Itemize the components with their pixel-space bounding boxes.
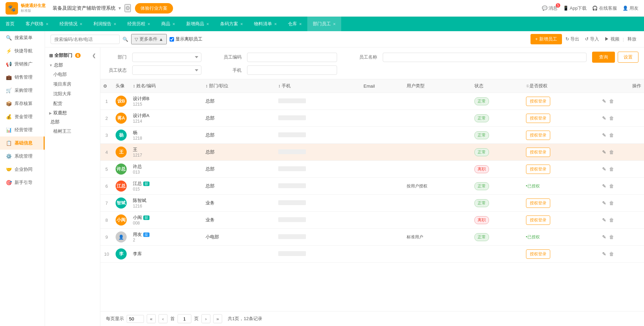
page-input[interactable] bbox=[178, 314, 191, 323]
sidebar-item-management[interactable]: 📊 经营管理 bbox=[0, 123, 45, 136]
auth-button[interactable]: 授权登录 bbox=[526, 114, 550, 123]
delete-icon[interactable]: 🗑 bbox=[609, 132, 614, 138]
auth-button[interactable]: 授权登录 bbox=[526, 97, 550, 106]
auth-button[interactable]: 授权登录 bbox=[526, 199, 550, 208]
auth-button[interactable]: 授权登录 bbox=[526, 249, 550, 259]
more-button[interactable]: 释放 bbox=[625, 35, 638, 44]
more-filter-button[interactable]: ▽ 更多条件 ▲ bbox=[131, 34, 167, 44]
sidebar-item-sales[interactable]: 💼 销售管理 bbox=[0, 71, 45, 84]
add-employee-button[interactable]: + 新增员工 bbox=[530, 34, 562, 44]
collapse-button[interactable]: ❮ bbox=[92, 53, 96, 58]
sidebar-item-guide[interactable]: 🎯 新手引导 bbox=[0, 176, 45, 189]
edit-icon[interactable]: ✎ bbox=[602, 200, 606, 206]
sidebar-item-system[interactable]: ⚙️ 系统管理 bbox=[0, 150, 45, 163]
per-page-select[interactable]: 50 20 100 bbox=[127, 315, 144, 323]
emp-code-input[interactable] bbox=[247, 53, 337, 62]
tab-close[interactable]: ✕ bbox=[274, 22, 277, 26]
tab-home[interactable]: 首页 bbox=[0, 17, 20, 31]
delete-icon[interactable]: 🗑 bbox=[609, 166, 614, 172]
tab-add-goods[interactable]: 新增商品 ✕ bbox=[181, 17, 215, 31]
emp-status-select[interactable] bbox=[132, 65, 201, 75]
search-input[interactable] bbox=[51, 35, 120, 44]
delete-icon[interactable]: 🗑 bbox=[609, 234, 614, 240]
dept-item-shenyang[interactable]: 沈阳大库 bbox=[45, 89, 100, 99]
edit-icon[interactable]: ✎ bbox=[602, 98, 606, 104]
edit-icon[interactable]: ✎ bbox=[602, 251, 606, 257]
tab-close[interactable]: ✕ bbox=[147, 22, 150, 26]
edit-icon[interactable]: ✎ bbox=[602, 132, 606, 138]
sidebar-item-inventory[interactable]: 📦 库存核算 bbox=[0, 97, 45, 110]
dept-group-zongbu[interactable]: ▼ 总部 bbox=[45, 61, 100, 70]
tab-close[interactable]: ✕ bbox=[114, 22, 116, 26]
tab-operation[interactable]: 经营情况 ✕ bbox=[54, 17, 88, 31]
delete-icon[interactable]: 🗑 bbox=[609, 115, 614, 121]
edit-icon[interactable]: ✎ bbox=[602, 234, 606, 240]
trial-button[interactable]: 体验行业方案 bbox=[135, 3, 173, 14]
tab-close[interactable]: ✕ bbox=[80, 22, 82, 26]
dept-item-project[interactable]: 项目库房 bbox=[45, 79, 100, 89]
tab-history[interactable]: 经营历程 ✕ bbox=[122, 17, 156, 31]
search-button[interactable]: 🔍 bbox=[123, 37, 128, 42]
emp-name-input[interactable] bbox=[383, 53, 587, 62]
tab-profit[interactable]: 利润报告 ✕ bbox=[88, 17, 122, 31]
tab-close[interactable]: ✕ bbox=[240, 22, 243, 26]
delete-icon[interactable]: 🗑 bbox=[609, 98, 614, 104]
dept-group-zongbu2[interactable]: 总部 bbox=[45, 117, 100, 126]
tab-barcode[interactable]: 条码方案 ✕ bbox=[215, 17, 248, 31]
edit-icon[interactable]: ✎ bbox=[602, 166, 606, 172]
tab-close[interactable]: ✕ bbox=[46, 22, 48, 26]
auth-button[interactable]: 授权登录 bbox=[526, 215, 550, 225]
edit-icon[interactable]: ✎ bbox=[602, 115, 606, 121]
tab-goods[interactable]: 商品 ✕ bbox=[156, 17, 181, 31]
app-download[interactable]: 📱 App下载 bbox=[563, 5, 587, 11]
auth-button[interactable]: 授权登录 bbox=[526, 148, 550, 157]
show-left-checkbox[interactable] bbox=[170, 37, 174, 42]
delete-icon[interactable]: 🗑 bbox=[609, 200, 614, 206]
delete-icon[interactable]: 🗑 bbox=[609, 251, 614, 257]
tab-employee[interactable]: 部门员工 ✕ bbox=[307, 17, 341, 31]
delete-icon[interactable]: 🗑 bbox=[609, 149, 614, 155]
view-button[interactable]: ▶ 视频 bbox=[602, 35, 622, 44]
sidebar-item-quicknav[interactable]: ⚡ 快捷导航 bbox=[0, 44, 45, 58]
auth-button[interactable]: 授权登录 bbox=[526, 165, 550, 174]
auth-button[interactable]: 授权登录 bbox=[526, 131, 550, 140]
query-button[interactable]: 查询 bbox=[592, 52, 615, 63]
sidebar-item-basic[interactable]: 📋 基础信息 bbox=[0, 136, 45, 150]
dept-group-shuanglu[interactable]: ▶ 双鹿想 bbox=[45, 108, 100, 117]
phone-input[interactable] bbox=[247, 65, 337, 75]
gear-button[interactable]: ⚙ bbox=[125, 4, 131, 12]
show-left-label[interactable]: 显示离职员工 bbox=[170, 36, 202, 42]
edit-icon[interactable]: ✎ bbox=[602, 217, 606, 223]
import-button[interactable]: ↺ 导入 bbox=[583, 35, 601, 44]
sidebar-item-marketing[interactable]: 📢 营销推广 bbox=[0, 58, 45, 71]
tab-close[interactable]: ✕ bbox=[299, 22, 302, 26]
dept-item-xiaodian[interactable]: 小电部 bbox=[45, 70, 100, 79]
user-area[interactable]: 👤 用友 bbox=[623, 5, 638, 11]
tab-close[interactable]: ✕ bbox=[333, 22, 336, 26]
sidebar-item-purchase[interactable]: 🛒 采购管理 bbox=[0, 84, 45, 97]
edit-icon[interactable]: ✎ bbox=[602, 149, 606, 155]
edit-icon[interactable]: ✎ bbox=[602, 183, 606, 189]
message-button[interactable]: 💬 消息 5 bbox=[542, 5, 558, 11]
info-icon[interactable]: ① bbox=[526, 84, 529, 88]
online-service[interactable]: 🎧 在线客服 bbox=[592, 5, 617, 11]
dept-all-header[interactable]: ⊞ 全部部门 6 ❮ bbox=[45, 50, 100, 61]
tab-bom[interactable]: 物料清单 ✕ bbox=[248, 17, 282, 31]
next-page-button[interactable]: › bbox=[201, 314, 210, 323]
tab-warehouse[interactable]: 仓库 ✕ bbox=[282, 17, 307, 31]
tab-close[interactable]: ✕ bbox=[206, 22, 209, 26]
dept-select[interactable] bbox=[132, 53, 201, 62]
delete-icon[interactable]: 🗑 bbox=[609, 183, 614, 189]
first-page-button[interactable]: « bbox=[147, 314, 156, 323]
export-button[interactable]: ↻ 导出 bbox=[563, 35, 582, 44]
delete-icon[interactable]: 🗑 bbox=[609, 217, 614, 223]
sidebar-item-search[interactable]: 🔍 搜索菜单 bbox=[0, 31, 45, 44]
dept-item-zhishu[interactable]: 植树王三 bbox=[45, 126, 100, 136]
dept-item-peihuo[interactable]: 配货 bbox=[45, 99, 100, 108]
setup-button[interactable]: 设置 bbox=[618, 52, 638, 63]
tab-customer[interactable]: 客户联络 ✕ bbox=[20, 17, 54, 31]
sidebar-item-collab[interactable]: 🤝 企业协同 bbox=[0, 163, 45, 176]
tab-close[interactable]: ✕ bbox=[172, 22, 175, 26]
last-page-button[interactable]: » bbox=[213, 314, 222, 323]
title-dropdown-icon[interactable]: ▼ bbox=[118, 6, 122, 11]
